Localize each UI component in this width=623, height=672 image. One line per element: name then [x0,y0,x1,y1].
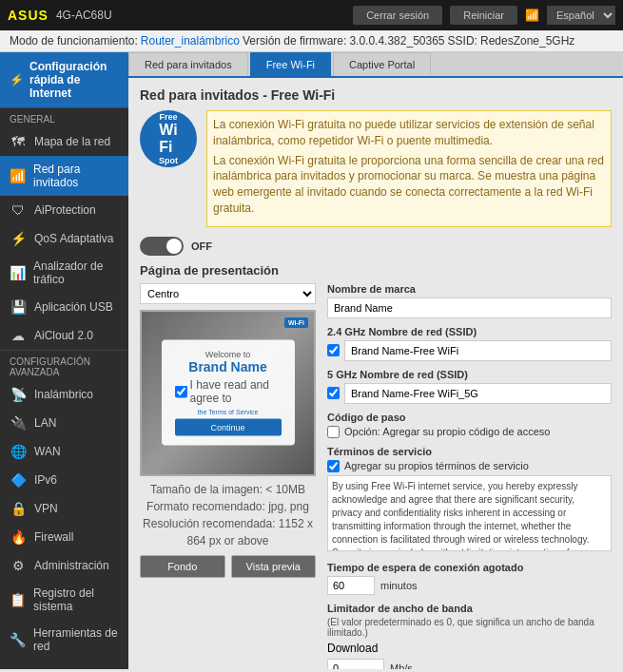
ipv6-icon: 🔷 [10,472,27,488]
sidebar-item-usb[interactable]: 💾 Aplicación USB [0,293,128,321]
guest-network-icon: 📶 [10,168,26,183]
close-session-button[interactable]: Cerrar sesión [353,6,442,25]
background-button[interactable]: Fondo [140,555,225,578]
asus-logo: ASUS [8,8,49,23]
passkey-checkbox-row: Opción: Agregar su propio código de acce… [327,426,612,438]
preview-terms-checkbox[interactable] [175,385,187,397]
notice-box: Free WiFi Spot La conexión Wi-Fi gratuit… [140,110,612,227]
preview-frame: Welcome to Brand Name I have read and ag… [140,310,316,476]
ssid-24-group: 2.4 GHz Nombre de red (SSID) [327,326,612,361]
header: ASUS 4G-AC68U Cerrar sesión Reiniciar 📶 … [0,0,623,30]
traffic-icon: 📊 [10,265,26,280]
ssid-5-input[interactable] [344,383,612,404]
passkey-checkbox[interactable] [327,426,340,438]
sidebar-item-vpn[interactable]: 🔒 VPN [0,494,128,523]
sidebar-item-mapa-red[interactable]: 🗺 Mapa de la red [0,127,128,156]
wifi-spot-logo: Free WiFi Spot [140,110,197,167]
log-icon: 📋 [10,592,26,607]
sidebar-label-wan: WAN [34,445,61,458]
preview-continue-button[interactable]: Continue [175,419,282,436]
ssid-24-input[interactable] [344,340,612,361]
sidebar-item-aiprotection[interactable]: 🛡 AiProtection [0,196,128,224]
sidebar-label-usb: Aplicación USB [34,300,113,314]
preview-brand-name: Brand Name [175,359,282,374]
tools-icon: 🔧 [10,632,26,647]
quick-setup-icon: ⚡ [10,73,24,86]
sidebar-item-firewall[interactable]: 🔥 Firewall [0,523,128,551]
sidebar-item-registro[interactable]: 📋 Registro del sistema [0,580,128,620]
tabs: Red para invitados Free Wi-Fi Captive Po… [128,52,623,78]
sidebar-item-herramientas[interactable]: 🔧 Herramientas de red [0,620,128,660]
preview-welcome-text: Welcome to [175,350,282,359]
map-icon: 🗺 [10,134,27,149]
tab-red-invitados[interactable]: Red para invitados [128,52,248,76]
toggle-row: OFF [140,237,612,256]
timeout-unit: minutos [380,580,418,591]
ssid-5-label: 5 GHz Nombre de red (SSID) [327,369,612,380]
preview-terms-link[interactable]: the Terms of Service [175,409,282,415]
download-input-row: Mb/s [327,659,612,669]
sidebar-item-wan[interactable]: 🌐 WAN [0,437,128,466]
section-title: Página de presentación [140,263,612,278]
language-select[interactable]: Español [547,6,615,25]
cloud-icon: ☁ [10,328,27,343]
timeout-row: minutos [327,576,612,595]
preview-button[interactable]: Vista previa [231,555,317,578]
notice-text: La conexión Wi-Fi gratuita no puede util… [206,110,612,227]
ssid-24-checkbox[interactable] [327,344,340,356]
brand-name-group: Nombre de marca [327,283,612,318]
timeout-group: Tiempo de espera de conexión agotado min… [327,562,612,595]
sidebar-label-red-invitados: Red para invitados [33,163,119,189]
timeout-label: Tiempo de espera de conexión agotado [327,562,612,573]
preview-resolution-info: Resolución recomendada: 1152 x 864 px or… [140,515,316,549]
sidebar-item-analizador[interactable]: 📊 Analizador de tráfico [0,253,128,293]
wifi-symbol: WiFi [159,122,177,156]
tab-captive-portal[interactable]: Captive Portal [333,52,431,76]
preview-wifi-badge: Wi-Fi [284,317,308,328]
alignment-select[interactable]: Centro Izquierda Derecha [140,283,316,304]
sidebar-item-inalambrico[interactable]: 📡 Inalámbrico [0,380,128,409]
download-label: Download [327,642,378,655]
notice-line1: La conexión Wi-Fi gratuita no puede util… [213,117,605,149]
quick-setup-button[interactable]: ⚡ Configuración rápida de Internet [0,52,128,107]
sidebar-label-aicloud: AiCloud 2.0 [34,329,93,342]
tos-label: Términos de servicio [327,446,612,457]
passkey-label: Código de paso [327,412,612,423]
sidebar-label-qos: QoS Adaptativa [34,232,113,245]
notice-line2: La conexión Wi-Fi gratuita le proporcion… [213,153,605,217]
sidebar-label-aiprotection: AiProtection [34,203,96,217]
sidebar-label-inalambrico: Inalámbrico [34,388,93,401]
sidebar-label-firewall: Firewall [34,530,73,544]
preview-info: Tamaño de la imagen: < 10MB Formato reco… [140,481,316,549]
tos-checkbox[interactable] [327,460,340,472]
firmware-bar: Modo de funcionamiento: Router_inalámbri… [0,30,623,52]
restart-button[interactable]: Reiniciar [450,6,517,25]
two-col-layout: Centro Izquierda Derecha Welcome to Bran… [140,283,612,669]
page-title: Red para invitados - Free Wi-Fi [140,87,612,103]
form-column: Nombre de marca 2.4 GHz Nombre de red (S… [327,283,612,669]
brand-name-label: Nombre de marca [327,283,612,295]
sidebar-label-administracion: Administración [34,559,109,572]
sidebar-item-red-invitados[interactable]: 📶 Red para invitados [0,156,128,196]
tab-free-wifi[interactable]: Free Wi-Fi [250,52,331,76]
download-input[interactable] [327,659,384,669]
main-content: Red para invitados Free Wi-Fi Captive Po… [128,52,623,669]
passkey-option-label: Opción: Agregar su propio código de acce… [344,426,550,437]
sidebar-item-aicloud[interactable]: ☁ AiCloud 2.0 [0,321,128,350]
sidebar-item-lan[interactable]: 🔌 LAN [0,409,128,437]
sidebar-item-ipv6[interactable]: 🔷 IPv6 [0,466,128,494]
vpn-icon: 🔒 [10,501,27,516]
usb-icon: 💾 [10,299,27,315]
shield-icon: 🛡 [10,202,27,218]
sidebar-label-analizador: Analizador de tráfico [33,259,119,286]
sidebar-label-ipv6: IPv6 [34,473,57,487]
sidebar-item-administracion[interactable]: ⚙ Administración [0,551,128,580]
sidebar-item-qos[interactable]: ⚡ QoS Adaptativa [0,224,128,253]
sidebar-label-lan: LAN [34,416,56,430]
ssid-5-checkbox[interactable] [327,387,340,399]
brand-name-input[interactable] [327,298,612,318]
tos-textarea[interactable]: By using Free Wi-Fi internet service, yo… [327,475,612,551]
mode-link[interactable]: Router_inalámbrico [141,34,240,48]
enable-toggle[interactable] [140,237,184,256]
timeout-input[interactable] [327,576,375,595]
